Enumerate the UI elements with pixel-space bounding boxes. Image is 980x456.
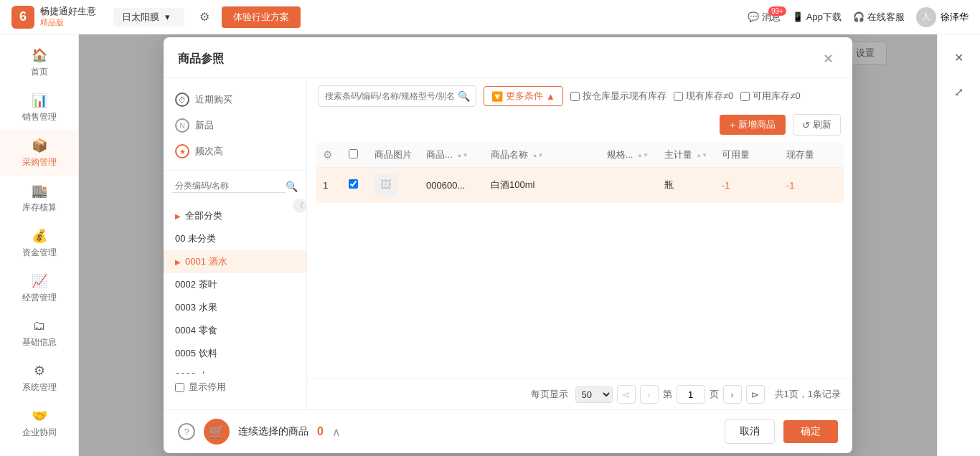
show-disabled-checkbox[interactable] — [175, 383, 184, 392]
col-stock-label: 现存量 — [786, 149, 814, 160]
first-page-button[interactable]: ⊲ — [617, 385, 636, 404]
store-name: 日太阳膜 — [122, 11, 159, 24]
filter-label: 更多条件 — [506, 90, 543, 103]
add-label: 新增商品 — [738, 118, 776, 131]
warehouse-stock-checkbox[interactable] — [570, 92, 580, 101]
nav-recent-purchase[interactable]: ⏱ 近期购买 — [164, 87, 306, 113]
checkbox-current-stock[interactable]: 现有库存≠0 — [674, 90, 733, 103]
prev-page-button[interactable]: ‹ — [640, 385, 659, 404]
cat-all[interactable]: ▶ 全部分类 — [164, 204, 306, 227]
cat-0003[interactable]: 0003 水果 — [164, 296, 306, 319]
column-settings-icon[interactable]: ⚙ — [323, 148, 332, 161]
row-checkbox[interactable] — [349, 179, 358, 189]
filter-icon: 🔽 — [491, 91, 503, 102]
show-disabled-area: 显示停用 — [164, 374, 306, 401]
collapse-panel-button[interactable]: 《 — [293, 199, 307, 213]
last-page-button[interactable]: ⊳ — [746, 385, 765, 404]
category-search-box: 🔍 — [164, 176, 306, 199]
basic-icon: 🗂 — [33, 318, 46, 333]
store-selector[interactable]: 日太阳膜 ▾ — [113, 8, 184, 27]
table-header: ⚙ 商品图片 — [316, 143, 844, 168]
cat-0001[interactable]: ▶ 0001 酒水 — [164, 250, 306, 273]
select-all-checkbox[interactable] — [349, 149, 358, 158]
message-button[interactable]: 💬 消息 99+ — [748, 11, 781, 24]
page-size-select[interactable]: 50 10 20 100 — [575, 386, 613, 403]
modal-close-button[interactable]: ✕ — [818, 49, 838, 69]
cart-button[interactable]: 🛒 — [204, 419, 230, 445]
modal-toolbar: 🔍 🔽 更多条件 ▲ 按仓库显示现有库存 — [307, 78, 852, 143]
modal-right-panel: 🔍 🔽 更多条件 ▲ 按仓库显示现有库存 — [307, 78, 852, 409]
checkbox-warehouse-stock[interactable]: 按仓库显示现有库存 — [570, 90, 666, 103]
modal-left-panel: ⏱ 近期购买 N 新品 ★ 频次高 — [164, 78, 307, 409]
cancel-button[interactable]: 取消 — [725, 419, 775, 444]
category-search-input[interactable] — [172, 179, 286, 193]
right-panel-expand-button[interactable]: ⤢ — [945, 77, 974, 106]
sidebar-item-purchase[interactable]: 📦 采购管理 — [0, 130, 78, 176]
right-panel-close-button[interactable]: ✕ — [945, 43, 974, 72]
gear-icon: ⚙ — [199, 10, 209, 24]
next-page-button[interactable]: › — [723, 385, 742, 404]
sidebar-item-home[interactable]: 🏠 首页 — [0, 40, 78, 85]
nav-frequent[interactable]: ★ 频次高 — [164, 138, 306, 164]
add-product-button[interactable]: + 新增商品 — [720, 115, 786, 135]
cat-0002-label: 0002 茶叶 — [175, 278, 217, 291]
service-button[interactable]: 🎧 在线客服 — [853, 11, 905, 24]
col-settings-header: ⚙ — [316, 143, 341, 168]
logo-area: 6 畅捷通好生意 精品版 — [11, 6, 96, 29]
category-list: ▶ 全部分类 00 未分类 ▶ 0001 酒水 0002 茶 — [164, 201, 306, 374]
trial-button[interactable]: 体验行业方案 — [222, 6, 301, 28]
sidebar: 🏠 首页 📊 销售管理 📦 采购管理 🏬 库存核算 💰 资金管理 📈 经营管理 … — [0, 34, 79, 456]
table-row[interactable]: 1 🖼 000600... 白酒100ml — [316, 168, 844, 203]
app-icon: 📱 — [792, 11, 804, 22]
col-name-header[interactable]: 商品名称 ▲▼ — [484, 143, 600, 168]
cat-all-label: 全部分类 — [185, 209, 222, 222]
nav-new-products[interactable]: N 新品 — [164, 113, 306, 138]
content-area: 查询 刷新 设置 商品参照 ✕ ⏱ 近期购买 — [79, 34, 937, 456]
col-unit-header[interactable]: 主计量 ▲▼ — [657, 143, 715, 168]
system-icon: ⚙ — [34, 363, 45, 379]
user-area[interactable]: 人 徐泽华 — [916, 7, 969, 27]
sidebar-item-basic[interactable]: 🗂 基础信息 — [0, 311, 78, 356]
sidebar-label-purchase: 采购管理 — [22, 156, 57, 168]
help-button[interactable]: ? — [178, 423, 195, 440]
app-download-button[interactable]: 📱 App下载 — [792, 11, 842, 24]
current-stock-checkbox[interactable] — [674, 92, 683, 101]
col-code-header[interactable]: 商品... ▲▼ — [419, 143, 484, 168]
settings-button[interactable]: ⚙ — [193, 6, 216, 29]
cat-00[interactable]: 00 未分类 — [164, 227, 306, 250]
new-label: 新品 — [195, 119, 214, 132]
more-filters-button[interactable]: 🔽 更多条件 ▲ — [484, 86, 563, 106]
logo-text-area: 畅捷通好生意 精品版 — [40, 6, 96, 29]
sidebar-item-finance[interactable]: 💰 资金管理 — [0, 221, 78, 266]
confirm-button[interactable]: 确定 — [783, 420, 838, 443]
category-search-icon[interactable]: 🔍 — [286, 181, 298, 192]
avail-stock-checkbox[interactable] — [740, 92, 750, 101]
sidebar-item-sales[interactable]: 📊 销售管理 — [0, 85, 78, 130]
cat-0002[interactable]: 0002 茶叶 — [164, 273, 306, 296]
product-search-input[interactable] — [325, 91, 453, 101]
sidebar-item-inventory[interactable]: 🏬 库存核算 — [0, 176, 78, 221]
sidebar-item-system[interactable]: ⚙ 系统管理 — [0, 356, 78, 401]
cat-0005[interactable]: 0005 饮料 — [164, 342, 306, 365]
sidebar-item-guide[interactable]: 📖 新手引导 — [0, 446, 78, 456]
sidebar-item-enterprise[interactable]: 🤝 企业协同 — [0, 401, 78, 446]
sidebar-item-operations[interactable]: 📈 经营管理 — [0, 266, 78, 311]
cat-0004[interactable]: 0004 零食 — [164, 319, 306, 342]
checkbox-avail-stock[interactable]: 可用库存≠0 — [740, 90, 800, 103]
add-icon: + — [730, 120, 735, 130]
cat-0008[interactable]: 0008 水 — [164, 365, 306, 374]
home-icon: 🏠 — [32, 47, 47, 63]
right-panel: ✕ ⤢ — [937, 34, 980, 456]
star-icon: ★ — [175, 144, 189, 158]
refresh-button[interactable]: ↺ 刷新 — [793, 114, 841, 136]
frequent-label: 频次高 — [195, 145, 223, 158]
col-code-label: 商品... — [426, 149, 453, 160]
current-page-input[interactable] — [677, 385, 705, 404]
product-search-icon[interactable]: 🔍 — [458, 90, 470, 102]
collapse-selected-button[interactable]: ∧ — [332, 425, 341, 439]
modal-backdrop: 商品参照 ✕ ⏱ 近期购买 N 新品 — [79, 34, 937, 456]
cart-icon: 🛒 — [209, 424, 225, 440]
row-name: 白酒100ml — [484, 168, 600, 203]
avail-stock-label: 可用库存≠0 — [753, 90, 800, 103]
col-spec-header[interactable]: 规格... ▲▼ — [600, 143, 657, 168]
